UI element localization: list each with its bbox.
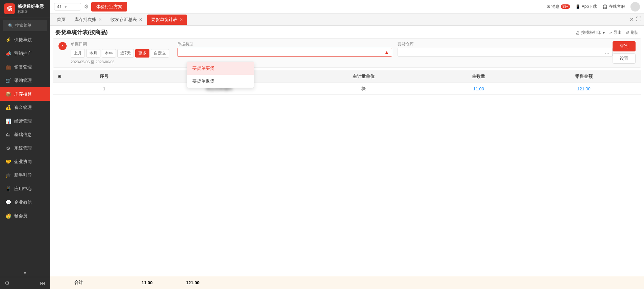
topbar-left: 41 ▼ ⚙ 体验行业方案 — [54, 2, 127, 12]
sidebar-item-enterprise[interactable]: 🤝 企业协同 — [0, 155, 50, 169]
svg-marker-0 — [61, 45, 64, 46]
tab-home[interactable]: 首页 — [53, 15, 70, 25]
topbar-settings-icon[interactable]: ⚙ — [84, 3, 89, 10]
warehouse-input[interactable] — [398, 48, 602, 56]
col-amount: 零售金额 — [526, 70, 641, 83]
expand-tabs-icon[interactable]: ⛶ — [636, 16, 641, 23]
dropdown-item-order-goods[interactable]: 要货单要货 — [187, 62, 254, 75]
inventory-icon: 📦 — [5, 91, 11, 97]
app-download-button[interactable]: 📱 App下载 — [575, 4, 597, 9]
table-footer: 合计 11.00 121.00 — [50, 276, 644, 289]
col-no: 序号 — [66, 70, 142, 83]
sidebar-item-system[interactable]: ⚙ 系统管理 — [0, 141, 50, 155]
col-settings[interactable]: ⚙ — [53, 70, 66, 83]
setting-button[interactable]: 设置 — [613, 53, 636, 64]
table-container: ⚙ 序号 商品 主计量单位 主数量 零售金额 1 商品名称编码 — [53, 70, 641, 276]
page-header-actions: 🖨 按模板打印 ▾ ↗ 导出 ↺ 刷新 — [576, 30, 639, 36]
quick-nav-icon: ⚡ — [5, 37, 11, 43]
tab-receive-summary[interactable]: 收发存汇总表 ✕ — [106, 15, 146, 25]
this-month-btn[interactable]: 本月 — [86, 49, 100, 58]
online-service-button[interactable]: 🎧 在线客服 — [602, 4, 625, 9]
date-label: 单据日期 — [71, 41, 169, 47]
close-tab-receive[interactable]: ✕ — [139, 17, 142, 22]
warehouse-input-wrap: … — [398, 48, 613, 57]
sidebar-item-wechat[interactable]: 💬 企业微信 — [0, 196, 50, 209]
sidebar-item-quick-nav[interactable]: ⚡ 快捷导航 — [0, 33, 50, 47]
sidebar-item-guide[interactable]: 🎓 新手引导 — [0, 169, 50, 182]
type-label: 单据类型 — [177, 41, 392, 47]
type-filter-group: 单据类型 ▲ — [177, 41, 392, 57]
custom-date-btn[interactable]: 自定义 — [151, 49, 169, 58]
filter-expand-button[interactable] — [58, 42, 67, 50]
type-dropdown: 要货单要货 要货单退货 — [187, 62, 254, 88]
page-title: 要货单统计表(按商品) — [55, 29, 108, 36]
wechat-icon: 💬 — [5, 199, 11, 206]
date-filter-group: 单据日期 上月 本月 本年 近7天 更多 自定义 2023-05-06 至 20… — [71, 41, 169, 65]
date-range-display: 2023-05-06 至 2023-06-06 — [71, 60, 169, 65]
refresh-icon: ↺ — [626, 30, 629, 35]
company-selector[interactable]: 41 ▼ — [54, 3, 81, 10]
avatar[interactable] — [630, 2, 640, 12]
sidebar-item-inventory[interactable]: 📦 库存核算 — [0, 87, 50, 101]
col-unit: 主计量单位 — [296, 70, 431, 83]
sidebar-item-member[interactable]: 👑 畅会员 — [0, 209, 50, 223]
footer-amount: 121.00 — [172, 280, 213, 285]
filter-action-buttons: 查询 设置 — [613, 41, 636, 64]
system-icon: ⚙ — [5, 145, 11, 152]
template-print-button[interactable]: 🖨 按模板打印 ▾ — [576, 30, 605, 36]
close-all-icon[interactable]: ✕ — [629, 16, 634, 23]
message-icon: ✉ — [547, 4, 550, 9]
scroll-down-button[interactable]: ▼ — [23, 271, 27, 275]
tabbar-actions: ✕ ⛶ — [629, 16, 641, 23]
sidebar-item-basic-info[interactable]: 🗂 基础信息 — [0, 128, 50, 141]
tab-batch-account[interactable]: 库存批次账 ✕ — [70, 15, 106, 25]
table-row: 1 商品名称编码 块 11.00 121.00 — [53, 83, 641, 95]
topbar: 41 ▼ ⚙ 体验行业方案 ✉ 消息 99+ 📱 App下载 🎧 在线客服 — [50, 0, 644, 14]
cell-quantity[interactable]: 11.00 — [431, 83, 526, 95]
page-content: 要货单统计表(按商品) 🖨 按模板打印 ▾ ↗ 导出 ↺ 刷新 — [50, 26, 644, 289]
messages-button[interactable]: ✉ 消息 99+ — [547, 4, 570, 9]
headset-icon: 🎧 — [602, 4, 607, 9]
export-button[interactable]: ↗ 导出 — [609, 30, 622, 36]
dropdown-item-order-return[interactable]: 要货单退货 — [187, 75, 254, 88]
close-tab-batch[interactable]: ✕ — [98, 17, 102, 22]
sidebar-search[interactable]: 🔍 搜索菜单 — [3, 20, 47, 31]
this-year-btn[interactable]: 本年 — [102, 49, 116, 58]
sidebar-item-app-center[interactable]: 📱 应用中心 — [0, 182, 50, 196]
refresh-button[interactable]: ↺ 刷新 — [626, 30, 639, 36]
prev-month-btn[interactable]: 上月 — [71, 49, 85, 58]
type-input[interactable] — [177, 48, 382, 56]
basic-info-icon: 🗂 — [5, 131, 11, 138]
sidebar-item-purchase[interactable]: 🛒 采购管理 — [0, 74, 50, 87]
sales-icon: 💼 — [5, 64, 11, 70]
filter-bar: 单据日期 上月 本月 本年 近7天 更多 自定义 2023-05-06 至 20… — [53, 38, 641, 68]
more-dates-btn[interactable]: 更多 — [135, 49, 149, 58]
collapse-icon[interactable]: ⏮ — [40, 280, 45, 286]
page-header: 要货单统计表(按商品) 🖨 按模板打印 ▾ ↗ 导出 ↺ 刷新 — [50, 26, 644, 38]
logo-text: 畅捷通好生意 标准版 — [18, 4, 44, 14]
sidebar-item-operations[interactable]: 📊 经营管理 — [0, 114, 50, 128]
warehouse-filter-group: 要货仓库 … — [398, 41, 613, 57]
sidebar-item-marketing[interactable]: 📣 营销推广 — [0, 47, 50, 60]
app-center-icon: 📱 — [5, 185, 11, 192]
close-tab-order[interactable]: ✕ — [180, 17, 183, 22]
last-7-days-btn[interactable]: 近7天 — [117, 49, 134, 58]
sidebar: 畅 畅捷通好生意 标准版 🔍 搜索菜单 ⚡ 快捷导航 📣 营销推广 💼 销售管理… — [0, 0, 50, 289]
type-dropdown-toggle[interactable]: ▲ — [382, 48, 392, 56]
warehouse-more-icon[interactable]: … — [602, 48, 612, 56]
guide-icon: 🎓 — [5, 172, 11, 179]
tabbar: 首页 库存批次账 ✕ 收发存汇总表 ✕ 要货单统计表 ✕ ✕ ⛶ — [50, 14, 644, 26]
purchase-icon: 🛒 — [5, 77, 11, 84]
sidebar-item-sales[interactable]: 💼 销售管理 — [0, 60, 50, 74]
warehouse-label: 要货仓库 — [398, 41, 613, 47]
export-icon: ↗ — [609, 30, 612, 35]
tab-order-stats[interactable]: 要货单统计表 ✕ — [147, 15, 187, 25]
query-button[interactable]: 查询 — [613, 41, 636, 51]
trial-button[interactable]: 体验行业方案 — [91, 2, 127, 12]
sidebar-item-finance[interactable]: 💰 资金管理 — [0, 101, 50, 114]
cell-amount[interactable]: 121.00 — [526, 83, 641, 95]
chevron-down-icon: ▾ — [603, 30, 605, 35]
sidebar-logo: 畅 畅捷通好生意 标准版 — [0, 0, 50, 18]
table-settings-icon: ⚙ — [57, 74, 62, 79]
settings-icon[interactable]: ⚙ — [5, 280, 9, 286]
